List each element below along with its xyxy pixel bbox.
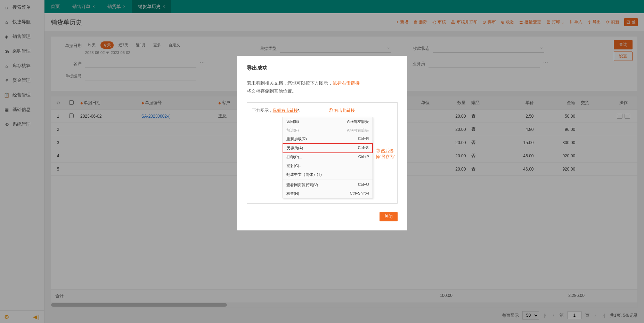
bubble-2: ② 然后选择"另存为" xyxy=(376,148,397,160)
modal-message: 若未看到相关文档，您也可以按下方图示，鼠标右击链接 将文档存储到其他位置。 xyxy=(247,79,398,95)
modal-title: 导出成功 xyxy=(247,65,398,71)
export-success-modal: 导出成功 若未看到相关文档，您也可以按下方图示，鼠标右击链接 将文档存储到其他位… xyxy=(237,56,407,230)
menu-item-shortcut: Ctrl+Shift+I xyxy=(350,191,369,196)
menu-item-label: 返回(B) xyxy=(286,119,299,124)
cursor-icon: ↖ xyxy=(297,108,301,113)
menu-item-label: 检查(N) xyxy=(286,191,299,196)
instruction-link: 鼠标右击链接 xyxy=(273,108,298,113)
context-menu-item: 查看网页源代码(V)Ctrl+U xyxy=(283,181,373,189)
menu-item-label: 重新加载(R) xyxy=(286,136,307,142)
context-menu-item: 返回(B)Alt+向左箭头 xyxy=(283,117,373,126)
context-menu-illustration: 返回(B)Alt+向左箭头前进(F)Alt+向右箭头重新加载(R)Ctrl+R另… xyxy=(283,117,373,198)
instruction-image: 下方图示，鼠标右击链接↖ ① 右击此链接 返回(B)Alt+向左箭头前进(F)A… xyxy=(247,102,398,204)
menu-item-label: 打印(P)... xyxy=(286,155,302,160)
bubble-1: ① 右击此链接 xyxy=(329,108,355,113)
menu-item-shortcut: Ctrl+S xyxy=(358,145,369,151)
modal-overlay[interactable]: 导出成功 若未看到相关文档，您也可以按下方图示，鼠标右击链接 将文档存储到其他位… xyxy=(0,0,644,323)
menu-item-label: 翻成中文（简体）(T) xyxy=(286,172,322,177)
modal-footer: 关闭 xyxy=(247,212,398,221)
context-menu-item: 翻成中文（简体）(T) xyxy=(283,170,373,179)
menu-item-shortcut: Ctrl+U xyxy=(358,182,369,188)
menu-item-shortcut: Alt+向左箭头 xyxy=(347,119,369,124)
menu-item-shortcut: Alt+向右箭头 xyxy=(347,128,369,133)
context-menu-item: 检查(N)Ctrl+Shift+I xyxy=(283,189,373,198)
context-menu-item: 打印(P)...Ctrl+P xyxy=(283,153,373,162)
context-menu-item: 前进(F)Alt+向右箭头 xyxy=(283,126,373,135)
context-menu-item: 投射(C)... xyxy=(283,162,373,170)
right-click-link[interactable]: 鼠标右击链接 xyxy=(333,80,360,86)
menu-separator xyxy=(283,180,373,180)
menu-item-label: 前进(F) xyxy=(286,128,299,133)
menu-item-label: 查看网页源代码(V) xyxy=(286,182,318,188)
menu-item-label: 投射(C)... xyxy=(286,163,302,168)
instruction-hint: 下方图示，鼠标右击链接↖ xyxy=(252,108,301,113)
menu-item-shortcut: Ctrl+P xyxy=(358,155,369,160)
menu-item-label: 另存为(A)... xyxy=(287,145,307,151)
context-menu-item: 另存为(A)...Ctrl+S xyxy=(283,143,373,153)
context-menu-item: 重新加载(R)Ctrl+R xyxy=(283,135,373,143)
menu-item-shortcut: Ctrl+R xyxy=(358,136,369,142)
close-button[interactable]: 关闭 xyxy=(380,212,398,221)
